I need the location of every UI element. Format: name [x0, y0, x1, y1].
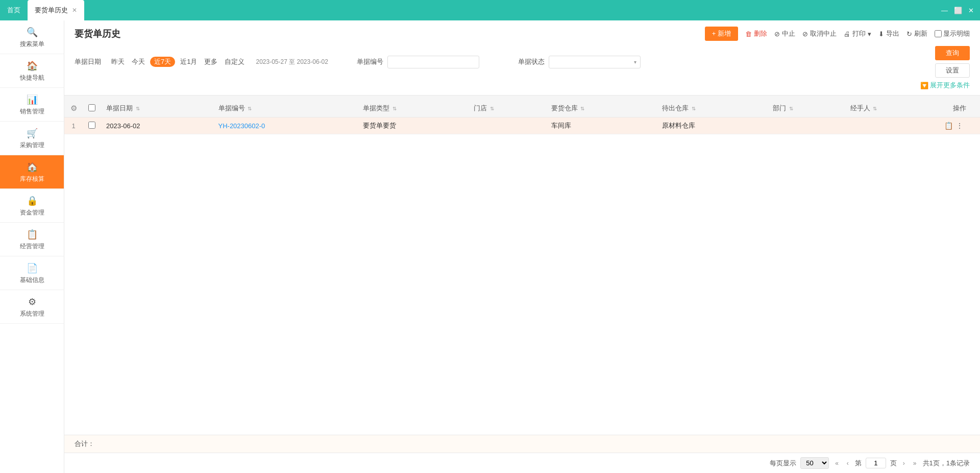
refresh-icon: ↻ [906, 30, 912, 38]
lock-icon: 🔒 [27, 195, 38, 206]
delete-icon: 🗑 [745, 30, 752, 38]
tab-requisition-history[interactable]: 要货单历史 ✕ [28, 0, 84, 20]
col-date: 单据日期 ⇅ [101, 100, 213, 117]
filter-area: 单据日期 昨天 今天 近7天 近1月 更多 自定义 2023-05-27 至 2… [75, 46, 970, 95]
toolbar: + 新增 🗑 删除 ⊘ 中止 ⊘ 取消中止 🖨 打 [705, 27, 970, 41]
sort-req-warehouse-icon[interactable]: ⇅ [580, 106, 584, 111]
sort-type-icon[interactable]: ⇅ [393, 106, 397, 111]
top-bar: 首页 要货单历史 ✕ — ⬜ ✕ [0, 0, 980, 20]
export-button[interactable]: ⬇ 导出 [878, 29, 899, 38]
window-controls: — ⬜ ✕ [941, 7, 980, 14]
per-page-label: 每页显示 [770, 459, 796, 468]
date-filter-label: 单据日期 [75, 57, 101, 66]
document-icon: 📄 [27, 263, 38, 274]
last-page-btn[interactable]: » [911, 459, 919, 468]
next-page-btn[interactable]: › [901, 459, 907, 468]
col-pending-warehouse: 待出仓库 ⇅ [657, 100, 768, 117]
sidebar-label-system: 系统管理 [20, 310, 44, 318]
sidebar-item-inventory[interactable]: 🏠 库存核算 [0, 155, 64, 189]
row-number-link[interactable]: YH-20230602-0 [218, 122, 265, 130]
stop-button[interactable]: ⊘ 中止 [774, 29, 795, 38]
select-all-checkbox[interactable] [88, 104, 95, 111]
refresh-button[interactable]: ↻ 刷新 [906, 29, 927, 38]
clipboard-icon: 📋 [27, 229, 38, 240]
print-icon: 🖨 [844, 30, 850, 38]
print-button[interactable]: 🖨 打印 ▾ [844, 29, 871, 38]
search-icon: 🔍 [27, 27, 38, 38]
bill-number-label: 单据编号 [357, 57, 383, 66]
maximize-icon[interactable]: ⬜ [954, 7, 962, 14]
per-page-select[interactable]: 50 10 20 100 [800, 457, 829, 469]
page-header: 要货单历史 + 新增 🗑 删除 ⊘ 中止 ⊘ 取消中止 [64, 20, 980, 96]
shortcut-yesterday[interactable]: 昨天 [109, 57, 127, 67]
cart-icon: 🛒 [27, 128, 38, 139]
filter-row-expand: 🔽 展开更多条件 [75, 81, 970, 90]
sort-store-icon[interactable]: ⇅ [490, 106, 494, 111]
sidebar-label-sales: 销售管理 [20, 107, 44, 116]
display-detail-checkbox[interactable] [935, 30, 942, 37]
expand-more-button[interactable]: 🔽 展开更多条件 [920, 81, 970, 90]
page-label: 第 [855, 459, 862, 468]
minimize-icon[interactable]: — [941, 7, 948, 14]
sort-dept-icon[interactable]: ⇅ [789, 106, 793, 111]
shortcut-7days[interactable]: 近7天 [150, 57, 175, 67]
bill-number-input[interactable] [387, 56, 479, 68]
sort-date-icon[interactable]: ⇅ [136, 106, 140, 111]
row-checkbox[interactable] [88, 122, 95, 129]
shortcut-1month[interactable]: 近1月 [178, 57, 199, 67]
cancel-stop-button[interactable]: ⊘ 取消中止 [802, 29, 837, 38]
row-number: YH-20230602-0 [213, 117, 358, 134]
bill-status-field: 单据状态 ▾ [518, 56, 641, 68]
summary-label: 合计： [75, 440, 94, 447]
close-icon[interactable]: ✕ [968, 7, 974, 14]
sidebar-item-system[interactable]: ⚙ 系统管理 [0, 290, 64, 324]
tab-home[interactable]: 首页 [0, 0, 28, 20]
col-type: 单据类型 ⇅ [358, 100, 469, 117]
sidebar: 🔍 搜索菜单 🏠 快捷导航 📊 销售管理 🛒 采购管理 🏠 库存核算 🔒 资金管… [0, 20, 64, 473]
col-store: 门店 ⇅ [469, 100, 546, 117]
shortcut-custom[interactable]: 自定义 [223, 57, 247, 67]
col-checkbox [83, 100, 101, 117]
table-row: 1 2023-06-02 YH-20230602-0 要货单要货 车间库 原材料… [64, 117, 980, 134]
query-button[interactable]: 查询 [935, 46, 970, 60]
row-more-icon[interactable]: ⋮ [956, 122, 963, 130]
page-end-label: 页 [890, 459, 897, 468]
sort-number-icon[interactable]: ⇅ [248, 106, 252, 111]
col-operations: 操作 [939, 100, 980, 117]
col-settings-gear-icon[interactable]: ⚙ [70, 104, 77, 112]
sidebar-item-operations[interactable]: 📋 经营管理 [0, 223, 64, 256]
content-area: 要货单历史 + 新增 🗑 删除 ⊘ 中止 ⊘ 取消中止 [64, 20, 980, 473]
prev-page-btn[interactable]: ‹ [845, 459, 851, 468]
col-number: 单据编号 ⇅ [213, 100, 358, 117]
sidebar-label-basic-info: 基础信息 [20, 276, 44, 285]
sidebar-label-finance: 资金管理 [20, 208, 44, 217]
filter-row: 单据日期 昨天 今天 近7天 近1月 更多 自定义 2023-05-27 至 2… [75, 46, 970, 78]
page-title-row: 要货单历史 + 新增 🗑 删除 ⊘ 中止 ⊘ 取消中止 [75, 27, 970, 41]
inventory-icon: 🏠 [27, 161, 38, 173]
row-date: 2023-06-02 [101, 117, 213, 134]
shortcut-more[interactable]: 更多 [202, 57, 219, 67]
bill-status-select[interactable] [549, 56, 641, 68]
sidebar-item-finance[interactable]: 🔒 资金管理 [0, 189, 64, 223]
sidebar-item-basic-info[interactable]: 📄 基础信息 [0, 256, 64, 290]
export-icon: ⬇ [878, 30, 884, 38]
shortcut-today[interactable]: 今天 [130, 57, 147, 67]
sidebar-label-operations: 经营管理 [20, 242, 44, 251]
sort-pending-warehouse-icon[interactable]: ⇅ [692, 106, 696, 111]
sidebar-item-shortcut[interactable]: 🏠 快捷导航 [0, 54, 64, 88]
delete-button[interactable]: 🗑 删除 [745, 29, 767, 38]
sidebar-item-sales[interactable]: 📊 销售管理 [0, 88, 64, 122]
display-detail-button[interactable]: 显示明细 [935, 29, 970, 38]
sidebar-item-purchase[interactable]: 🛒 采购管理 [0, 122, 64, 155]
sidebar-item-search[interactable]: 🔍 搜索菜单 [0, 20, 64, 54]
row-edit-icon[interactable]: 📋 [944, 122, 953, 130]
tab-close-icon[interactable]: ✕ [72, 7, 77, 14]
first-page-btn[interactable]: « [833, 459, 841, 468]
sort-handler-icon[interactable]: ⇅ [873, 106, 877, 111]
current-page-input[interactable] [866, 458, 886, 468]
new-button[interactable]: + 新增 [705, 27, 738, 41]
col-dept: 部门 ⇅ [768, 100, 845, 117]
row-req-warehouse: 车间库 [546, 117, 657, 134]
row-type: 要货单要货 [358, 117, 469, 134]
setting-button[interactable]: 设置 [935, 63, 970, 78]
